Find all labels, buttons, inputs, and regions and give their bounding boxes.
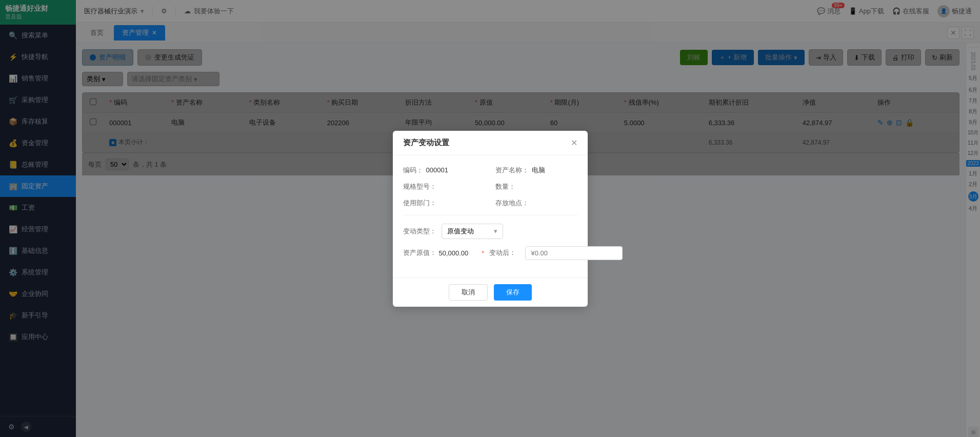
modal-footer: 取消 保存 [393,277,588,307]
modal-quantity-label: 数量： [495,182,515,191]
change-type-dropdown-icon: ▾ [494,227,497,235]
modal-dept-field: 使用部门： [403,198,485,208]
modal-location-field: 存放地点： [495,198,577,208]
modal-change-type-select[interactable]: 原值变动 ▾ [442,224,503,239]
save-button[interactable]: 保存 [494,284,532,301]
modal-change-type-row: 变动类型： 原值变动 ▾ [403,224,577,239]
modal-after-input[interactable] [525,246,623,260]
modal-divider [403,215,577,215]
modal-close-btn[interactable]: ✕ [571,138,577,148]
asset-change-modal: 资产变动设置 ✕ 编码： 000001 资产名称： 电脑 规格型号： [393,131,588,307]
modal-info-row3: 使用部门： 存放地点： [403,198,577,208]
modal-code-label: 编码： [403,166,423,175]
modal-location-label: 存放地点： [495,198,529,208]
modal-name-field: 资产名称： 电脑 [495,166,577,175]
modal-overlay: 资产变动设置 ✕ 编码： 000001 资产名称： 电脑 规格型号： [0,0,980,437]
modal-info-row2: 规格型号： 数量： [403,182,577,191]
modal-body: 编码： 000001 资产名称： 电脑 规格型号： 数量： [393,155,588,277]
modal-code-value: 000001 [426,166,448,174]
modal-dept-label: 使用部门： [403,198,436,208]
required-star: * [482,249,484,257]
modal-original-value-row: 资产原值： 50,000.00 * 变动后： [403,246,577,260]
modal-original-value-label: 资产原值： [403,248,434,257]
change-type-value: 原值变动 [447,227,474,236]
modal-name-value: 电脑 [532,166,545,175]
modal-spec-field: 规格型号： [403,182,485,191]
modal-header: 资产变动设置 ✕ [393,131,588,155]
modal-code-field: 编码： 000001 [403,166,485,175]
modal-name-label: 资产名称： [495,166,529,175]
modal-title: 资产变动设置 [403,138,449,148]
modal-original-value: 50,000.00 [439,249,469,257]
cancel-button[interactable]: 取消 [449,284,488,301]
modal-info-row1: 编码： 000001 资产名称： 电脑 [403,166,577,175]
modal-spec-label: 规格型号： [403,182,436,191]
modal-after-label: 变动后： [489,248,520,257]
modal-quantity-field: 数量： [495,182,577,191]
modal-change-type-label: 变动类型： [403,227,436,236]
